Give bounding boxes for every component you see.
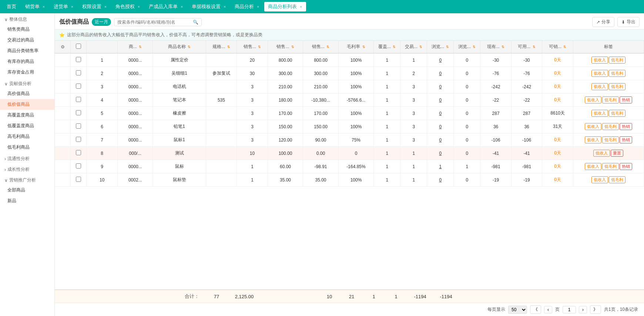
tag-label: 低收入: [591, 57, 608, 64]
section-growth[interactable]: › 成长性分析: [0, 163, 54, 174]
section-overall[interactable]: ∨ 整体信息: [0, 13, 54, 24]
cell-checkbox: [71, 147, 87, 160]
cell-browse1: 0: [427, 53, 454, 67]
nav-goods-analysis[interactable]: 商品分析 ×: [231, 2, 263, 11]
browse1-value[interactable]: 0: [439, 84, 442, 89]
col-sales-amt[interactable]: 销售... ⇅: [268, 41, 303, 53]
row-checkbox[interactable]: [76, 137, 81, 142]
col-browse1[interactable]: 浏览... ⇅: [427, 41, 454, 53]
cell-cover: 1: [374, 133, 400, 147]
sidebar-item-low-coverage[interactable]: 低覆盖度商品: [0, 120, 54, 131]
browse1-value[interactable]: 0: [439, 124, 442, 129]
nav-role-auth[interactable]: 角色授权 ×: [112, 2, 144, 11]
row-checkbox[interactable]: [76, 150, 81, 155]
days-value: 0天: [554, 71, 561, 76]
col-current[interactable]: 现有... ⇅: [480, 41, 511, 53]
nav-purchase-order[interactable]: 进货单 ×: [50, 2, 77, 11]
browse1-value[interactable]: 0: [439, 98, 442, 103]
nav-home[interactable]: 首页: [3, 2, 20, 11]
nav-goods-analysis-list[interactable]: 商品分析列表 ×: [264, 2, 306, 11]
total-current: -1194: [407, 294, 433, 299]
sidebar-item-low-value[interactable]: 低价值商品: [0, 99, 54, 110]
col-cover[interactable]: 覆盖... ⇅: [374, 41, 400, 53]
cell-name: 电话机: [153, 80, 206, 94]
sidebar-item-high-value[interactable]: 高价值商品: [0, 88, 54, 99]
prev-page-btn[interactable]: ‹: [544, 306, 552, 313]
col-spec[interactable]: 规格... ⇅: [206, 41, 237, 53]
col-settings[interactable]: ⚙: [55, 41, 71, 53]
sidebar-item-high-margin[interactable]: 高毛利商品: [0, 131, 54, 142]
sidebar-item-low-margin[interactable]: 低毛利商品: [0, 142, 54, 153]
cell-sales-qty: 3: [237, 133, 268, 147]
row-checkbox[interactable]: [76, 110, 81, 115]
sidebar-item-stocked-goods[interactable]: 有库存的商品: [0, 56, 54, 67]
col-name[interactable]: 商品名称 ⇅: [153, 41, 206, 53]
data-table: ⚙ 商... ⇅ 商品名称 ⇅ 规格... ⇅ 销售... ⇅ 销售... ⇅ …: [55, 41, 644, 187]
last-page-btn[interactable]: 》: [590, 305, 601, 314]
cell-code: 0002...: [117, 173, 152, 187]
nav-sales-order[interactable]: 销货单 ×: [21, 2, 48, 11]
per-page-select[interactable]: 50 100 200: [508, 306, 527, 314]
browse1-value[interactable]: 0: [439, 151, 442, 156]
cell-settings: [55, 147, 71, 160]
sidebar-item-new-goods[interactable]: 新品: [0, 196, 54, 206]
browse1-value[interactable]: 0: [439, 71, 442, 76]
table-row: 6 0000... 铅笔1 3 150.00 150.00 100% 1 3 0…: [55, 120, 644, 133]
col-trade[interactable]: 交易... ⇅: [400, 41, 427, 53]
cell-sales-cost: 800.00: [303, 53, 338, 67]
col-sales-cost[interactable]: 销售... ⇅: [303, 41, 338, 53]
select-all-checkbox[interactable]: [76, 44, 81, 49]
col-gross-rate[interactable]: 毛利率 ⇅: [338, 41, 373, 53]
browse1-value[interactable]: 0: [439, 177, 442, 183]
cell-num: 9: [87, 160, 118, 173]
col-available[interactable]: 可用... ⇅: [511, 41, 542, 53]
browse1-value[interactable]: 0: [439, 111, 442, 116]
first-page-btn[interactable]: 《: [530, 305, 541, 314]
gear-icon[interactable]: ⚙: [61, 44, 65, 50]
col-sellable[interactable]: 可销... ⇅: [542, 41, 573, 53]
cell-tags: 低收入低毛利: [573, 107, 644, 120]
page-number-input[interactable]: [563, 306, 576, 313]
cell-sellable: 0天: [542, 67, 573, 80]
row-checkbox[interactable]: [76, 70, 81, 75]
time-badge[interactable]: 近一月: [92, 18, 111, 26]
cell-settings: [55, 173, 71, 187]
cell-gross-rate: 100%: [338, 53, 373, 67]
row-checkbox[interactable]: [76, 57, 81, 62]
table-row: 3 0000... 电话机 3 210.00 210.00 100% 1 3 0…: [55, 80, 644, 94]
section-marketing[interactable]: ∨ 营销推广分析: [0, 174, 54, 185]
next-page-btn[interactable]: ›: [579, 306, 587, 313]
row-checkbox[interactable]: [76, 97, 81, 102]
nav-permission[interactable]: 权限设置 ×: [78, 2, 110, 11]
export-button[interactable]: ⬇ 导出: [617, 17, 640, 27]
sidebar-item-sales-goods[interactable]: 销售类商品: [0, 24, 54, 35]
browse1-value[interactable]: 1: [439, 164, 442, 169]
sidebar-item-traded-goods[interactable]: 交易过的商品: [0, 35, 54, 45]
tag-label: 低毛利: [609, 83, 625, 90]
col-code[interactable]: 商... ⇅: [117, 41, 152, 53]
sidebar-item-all-goods[interactable]: 全部商品: [0, 185, 54, 196]
sidebar-item-high-coverage[interactable]: 高覆盖度商品: [0, 110, 54, 120]
browse1-value[interactable]: 0: [439, 137, 442, 143]
row-checkbox[interactable]: [76, 163, 81, 169]
content-header: 低价值商品 近一月 🔍 ↗ 分享 ⬇ 导出: [55, 13, 644, 30]
cell-browse1: 0: [427, 80, 454, 94]
nav-product-storage[interactable]: 产成品入库单 ×: [145, 2, 187, 11]
section-contribution[interactable]: ∨ 贡献值分析: [0, 78, 54, 88]
section-flow[interactable]: › 流通性分析: [0, 153, 54, 163]
search-icon[interactable]: 🔍: [193, 20, 198, 25]
tag-label: 热销: [620, 123, 632, 130]
share-button[interactable]: ↗ 分享: [592, 17, 614, 27]
col-sales-qty[interactable]: 销售... ⇅: [237, 41, 268, 53]
row-checkbox[interactable]: [76, 84, 81, 89]
sidebar-item-category-rate[interactable]: 商品分类销售率: [0, 45, 54, 56]
row-checkbox[interactable]: [76, 123, 81, 129]
row-checkbox[interactable]: [76, 177, 81, 182]
search-input[interactable]: [117, 20, 191, 25]
nav-template[interactable]: 单据模板设置 ×: [188, 2, 229, 11]
sidebar-item-capital-occupy[interactable]: 库存资金占用: [0, 67, 54, 78]
browse1-value[interactable]: 0: [439, 58, 442, 63]
notice-text: 这部分商品的销售收入大幅低于商品平均销售收入，价值不高，可考虑调整营销策略，或是…: [67, 32, 262, 38]
cell-sales-amt: 60.00: [268, 160, 303, 173]
col-browse2[interactable]: 浏览... ⇅: [454, 41, 480, 53]
